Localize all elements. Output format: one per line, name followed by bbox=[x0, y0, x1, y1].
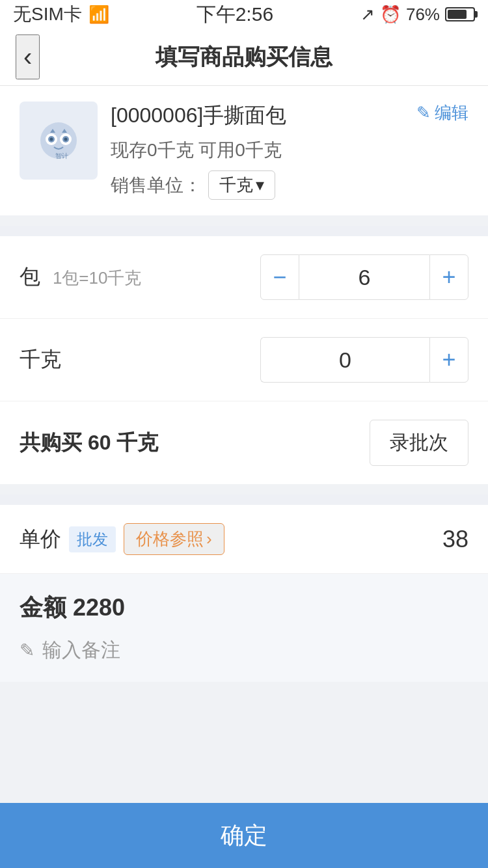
kg-quantity-input[interactable] bbox=[260, 337, 429, 383]
battery-icon bbox=[445, 7, 475, 21]
alarm-icon: ⏰ bbox=[380, 5, 401, 25]
product-info: [0000006]手撕面包 ✎ 编辑 现存0千克 可用0千克 销售单位： 千克 … bbox=[111, 102, 468, 200]
unit-select[interactable]: 千克 ▾ bbox=[208, 170, 275, 200]
unit-label-text: 销售单位： bbox=[111, 173, 202, 198]
product-top: [0000006]手撕面包 ✎ 编辑 bbox=[111, 102, 468, 138]
remark-placeholder: 输入备注 bbox=[42, 637, 120, 664]
amount-value: 2280 bbox=[73, 594, 125, 621]
input-section: 包 1包=10千克 − + 千克 + bbox=[0, 236, 488, 401]
batch-button[interactable]: 录批次 bbox=[370, 420, 468, 466]
total-unit-label: 千克 bbox=[116, 431, 158, 454]
price-label: 单价 bbox=[20, 525, 61, 554]
product-unit: 销售单位： 千克 ▾ bbox=[111, 170, 468, 200]
edit-icon: ✎ bbox=[416, 103, 431, 123]
status-right: ↗ ⏰ 76% bbox=[360, 5, 475, 25]
price-value: 38 bbox=[442, 526, 468, 553]
bao-label: 包 1包=10千克 bbox=[20, 263, 260, 292]
location-icon: ↗ bbox=[360, 5, 375, 25]
price-ref-label: 价格参照 bbox=[136, 528, 204, 550]
separator-1 bbox=[0, 226, 488, 236]
total-amount-value: 60 bbox=[88, 431, 111, 454]
edit-button[interactable]: ✎ 编辑 bbox=[416, 102, 468, 124]
page-title: 填写商品购买信息 bbox=[156, 42, 332, 72]
product-image: 智计 bbox=[20, 102, 98, 180]
total-text: 共购买 60 千克 bbox=[20, 429, 158, 457]
amount-label: 金额 bbox=[20, 594, 66, 621]
carrier-label: 无SIM卡 bbox=[13, 2, 82, 27]
pencil-icon: ✎ bbox=[20, 640, 34, 661]
nav-bar: ‹ 填写商品购买信息 bbox=[0, 29, 488, 86]
price-section: 单价 批发 价格参照 › 38 bbox=[0, 505, 488, 574]
remark-row[interactable]: ✎ 输入备注 bbox=[20, 637, 468, 664]
dropdown-arrow-icon: ▾ bbox=[256, 175, 264, 195]
wifi-icon: 📶 bbox=[88, 5, 109, 25]
total-prefix: 共购买 bbox=[20, 431, 82, 454]
price-ref-arrow-icon: › bbox=[206, 529, 212, 549]
kg-increment-button[interactable]: + bbox=[429, 337, 468, 383]
svg-text:智计: 智计 bbox=[55, 152, 68, 159]
product-stock: 现存0千克 可用0千克 bbox=[111, 138, 468, 163]
back-button[interactable]: ‹ bbox=[16, 34, 40, 79]
kg-row: 千克 + bbox=[0, 319, 488, 401]
separator-2 bbox=[0, 495, 488, 505]
amount-section: 金额 2280 ✎ 输入备注 bbox=[0, 574, 488, 682]
edit-label: 编辑 bbox=[435, 102, 468, 124]
product-name: [0000006]手撕面包 bbox=[111, 102, 286, 130]
price-left: 单价 批发 价格参照 › bbox=[20, 523, 224, 555]
confirm-button[interactable]: 确定 bbox=[0, 803, 488, 868]
amount-row: 金额 2280 bbox=[20, 592, 468, 624]
bao-row: 包 1包=10千克 − + bbox=[0, 236, 488, 319]
battery-pct: 76% bbox=[406, 5, 440, 25]
bao-increment-button[interactable]: + bbox=[429, 254, 468, 300]
unit-value: 千克 bbox=[219, 174, 253, 197]
time-label: 下午2:56 bbox=[197, 1, 273, 28]
bao-quantity-input[interactable] bbox=[299, 254, 429, 300]
kg-quantity-control: + bbox=[260, 337, 468, 383]
status-left: 无SIM卡 📶 bbox=[13, 2, 109, 27]
product-section: 智计 [0000006]手撕面包 ✎ 编辑 现存0千克 可用0千克 销售单位： … bbox=[0, 86, 488, 215]
status-bar: 无SIM卡 📶 下午2:56 ↗ ⏰ 76% bbox=[0, 0, 488, 29]
bao-quantity-control: − + bbox=[260, 254, 468, 300]
svg-point-6 bbox=[64, 138, 68, 141]
price-ref-button[interactable]: 价格参照 › bbox=[124, 523, 224, 555]
product-thumbnail: 智计 bbox=[36, 121, 81, 160]
bao-decrement-button[interactable]: − bbox=[260, 254, 299, 300]
total-section: 共购买 60 千克 录批次 bbox=[0, 401, 488, 484]
price-tag-batch: 批发 bbox=[69, 526, 116, 552]
kg-label: 千克 bbox=[20, 346, 260, 374]
bao-sublabel: 1包=10千克 bbox=[53, 268, 142, 288]
svg-point-5 bbox=[50, 138, 53, 141]
